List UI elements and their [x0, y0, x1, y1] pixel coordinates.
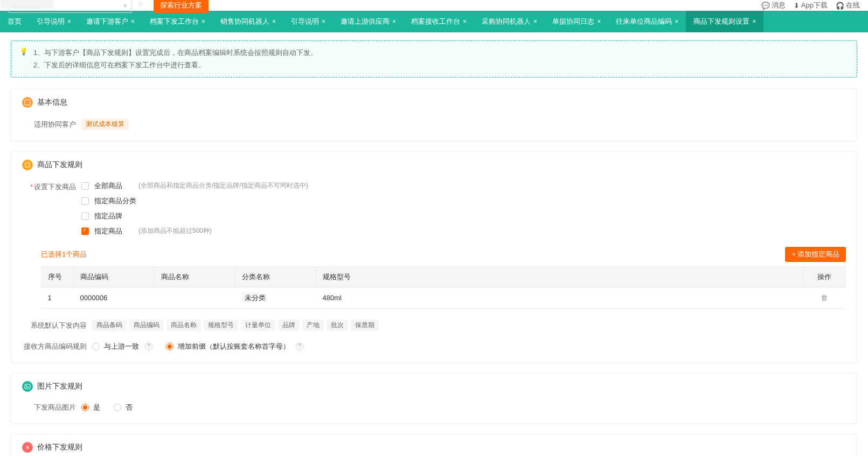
image-rule-card: 图片下发规则 下发商品图片 是 否	[11, 372, 857, 424]
add-product-button[interactable]: +添加指定商品	[785, 247, 846, 262]
nav-tab[interactable]: 销售协同机器人×	[213, 11, 283, 32]
close-icon[interactable]: ×	[392, 18, 396, 25]
nav-tab[interactable]: 商品下发规则设置×	[686, 11, 763, 32]
checkbox-all-products[interactable]	[81, 182, 89, 190]
product-rule-title: 商品下发规则	[37, 160, 82, 170]
tab-label: 邀请上游供应商	[341, 17, 390, 26]
close-icon[interactable]: ×	[131, 18, 135, 25]
close-icon[interactable]: ×	[533, 18, 537, 25]
nav-tabs: 首页引导说明×邀请下游客户×档案下发工作台×销售协同机器人×引导说明×邀请上游供…	[0, 11, 868, 32]
radio-same-upstream-group[interactable]: 与上游一致 ?	[92, 342, 152, 351]
nav-tab[interactable]: 首页	[0, 11, 29, 32]
close-icon[interactable]: ×	[322, 18, 325, 25]
headset-icon: 🎧	[836, 2, 844, 10]
cell-category: 未分类	[235, 287, 316, 308]
product-rule-card: 商品下发规则 *设置下发商品 全部商品 (全部商品和指定商品分类/指定品牌/指定…	[11, 151, 857, 363]
basic-info-card: 基本信息 适用协同客户 测试成本核算	[11, 88, 857, 141]
product-table: 序号 商品编码 商品名称 分类名称 规格型号 操作 1 0000006 未分类	[41, 266, 846, 309]
nav-tab[interactable]: 往来单位商品编码×	[608, 11, 686, 32]
price-rule-title: 价格下发规则	[37, 443, 82, 452]
basic-info-icon	[22, 97, 33, 108]
tab-label: 档案下发工作台	[150, 17, 199, 26]
brand-label: 指定品牌	[94, 211, 122, 221]
top-right-actions: 💬消息 ⬇App下载 🎧在线	[761, 1, 860, 10]
send-image-label: 下发商品图片	[22, 403, 81, 412]
delete-icon[interactable]: 🗑	[821, 294, 828, 302]
svg-text:¥: ¥	[25, 445, 29, 450]
tab-label: 采购协同机器人	[482, 17, 531, 26]
tab-label: 首页	[8, 17, 22, 26]
all-products-hint: (全部商品和指定商品分类/指定品牌/指定商品不可同时选中)	[138, 181, 308, 190]
th-category: 分类名称	[235, 266, 316, 287]
plus-icon: +	[791, 250, 796, 258]
radio-image-no-group[interactable]: 否	[114, 403, 133, 412]
default-tag: 商品条码	[92, 320, 127, 331]
default-content-label: 系统默认下发内容	[22, 320, 92, 330]
nav-tab[interactable]: 单据协同日志×	[545, 11, 608, 32]
app-download-link[interactable]: ⬇App下载	[794, 1, 828, 10]
nav-tab[interactable]: 引导说明×	[29, 11, 79, 32]
radio-image-no[interactable]	[114, 404, 121, 411]
nav-tab[interactable]: 邀请下游客户×	[79, 11, 142, 32]
cell-name	[155, 287, 235, 308]
checkbox-specific-product[interactable]	[81, 227, 89, 235]
price-rule-card: ¥ 价格下发规则 下发商品价格 零售价基准批发价1级批发价2级批发价3级批发价4…	[11, 433, 857, 456]
all-products-label: 全部商品	[94, 181, 122, 191]
default-tag: 保质期	[351, 320, 379, 331]
basic-info-title: 基本信息	[37, 98, 67, 107]
radio-image-yes[interactable]	[81, 404, 89, 411]
radio-same-upstream[interactable]	[92, 343, 100, 350]
help-icon[interactable]: ?	[296, 343, 303, 350]
default-tag: 产地	[302, 320, 324, 331]
close-icon[interactable]: ×	[597, 18, 601, 25]
default-tag: 商品编码	[129, 320, 164, 331]
nav-tab[interactable]: 采购协同机器人×	[474, 11, 545, 32]
message-icon: 💬	[761, 2, 770, 10]
tab-label: 引导说明	[291, 17, 319, 26]
nav-tab[interactable]: 档案接收工作台×	[404, 11, 474, 32]
favorite-icon[interactable]: ☆	[137, 0, 148, 11]
specific-product-hint: (添加商品不能超过500种)	[138, 226, 212, 236]
th-name: 商品名称	[155, 266, 235, 287]
specific-product-label: 指定商品	[94, 226, 122, 236]
checkbox-category[interactable]	[81, 197, 89, 205]
nav-tab[interactable]: 邀请上游供应商×	[333, 11, 404, 32]
customer-tag: 测试成本核算	[81, 119, 129, 130]
image-rule-icon	[22, 381, 33, 392]
cell-code: 0000006	[74, 287, 155, 308]
radio-image-yes-group[interactable]: 是	[81, 403, 100, 412]
tab-label: 引导说明	[37, 17, 65, 26]
close-icon[interactable]: ×	[67, 18, 71, 25]
help-icon[interactable]: ?	[145, 343, 152, 350]
online-link[interactable]: 🎧在线	[836, 1, 860, 10]
close-icon[interactable]: ×	[675, 18, 678, 25]
cell-spec: 480ml	[316, 287, 803, 308]
close-icon[interactable]: ×	[463, 18, 467, 25]
nav-tab[interactable]: 引导说明×	[283, 11, 333, 32]
default-tag: 计量单位	[241, 320, 275, 331]
tab-label: 往来单位商品编码	[616, 17, 672, 26]
th-spec: 规格型号	[316, 266, 803, 287]
default-tag: 批次	[327, 320, 348, 331]
info-banner: 💡 1、与下游客户【商品下发规则】设置完成后，在商品档案编辑时系统会按照规则自动…	[11, 40, 857, 78]
checkbox-brand[interactable]	[81, 212, 89, 220]
close-icon[interactable]: ×	[272, 18, 276, 25]
nav-tab[interactable]: 档案下发工作台×	[142, 11, 213, 32]
image-rule-title: 图片下发规则	[37, 382, 82, 391]
cell-seq: 1	[41, 287, 74, 308]
default-tag: 商品名称	[166, 320, 201, 331]
close-icon[interactable]: ×	[202, 18, 205, 25]
close-icon[interactable]: ×	[752, 18, 756, 25]
selected-count: 已选择1个商品	[41, 250, 87, 259]
svg-rect-0	[25, 100, 30, 105]
download-icon: ⬇	[794, 2, 800, 10]
radio-add-prefix-group[interactable]: 增加前缀（默认按账套名称首字母） ?	[166, 342, 303, 351]
category-label: 指定商品分类	[94, 196, 136, 206]
tab-label: 单据协同日志	[552, 17, 594, 26]
table-row: 1 0000006 未分类 480ml 🗑	[41, 287, 846, 308]
price-rule-icon: ¥	[22, 442, 33, 453]
svg-point-3	[26, 385, 27, 386]
messages-link[interactable]: 💬消息	[761, 1, 786, 10]
radio-add-prefix[interactable]	[166, 343, 173, 350]
tab-label: 销售协同机器人	[220, 17, 269, 26]
